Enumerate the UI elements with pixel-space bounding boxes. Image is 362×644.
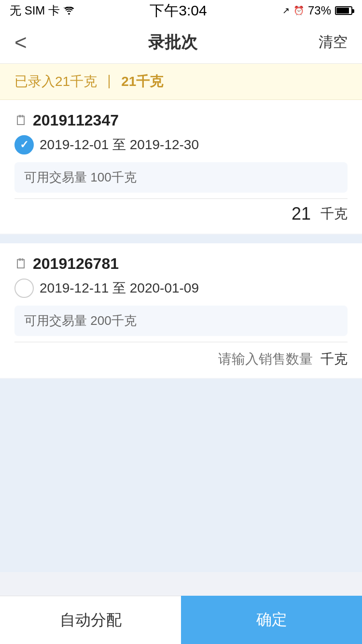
confirm-button[interactable]: 确定 — [181, 596, 362, 644]
bottom-bar: 自动分配 确定 — [0, 596, 362, 644]
batch-2-date-row: 2019-12-11 至 2020-01-09 — [0, 279, 362, 298]
batch-1-check-icon: ✓ — [20, 139, 28, 151]
clear-button[interactable]: 清空 — [319, 32, 348, 52]
batch-2-icon: 🗒 — [14, 256, 28, 272]
nav-bar: < 录批次 清空 — [0, 21, 362, 64]
back-button[interactable]: < — [14, 30, 27, 55]
batch-2-quantity-input[interactable] — [14, 351, 313, 367]
summary-bar: 已录入21千克 21千克 — [0, 64, 362, 100]
batch-2-unit: 千克 — [320, 350, 348, 368]
status-left: 无 SIM 卡 — [10, 3, 74, 18]
batch-1-icon: 🗒 — [14, 112, 28, 128]
batch-1-availability: 可用交易量 100千克 — [14, 162, 348, 193]
background-fill — [0, 379, 362, 572]
batch-1-date: 2019-12-01 至 2019-12-30 — [40, 136, 199, 154]
batch-1-radio[interactable]: ✓ — [14, 135, 34, 154]
batch-1-date-row: ✓ 2019-12-01 至 2019-12-30 — [0, 135, 362, 154]
batch-2-radio[interactable] — [14, 279, 34, 298]
page-title: 录批次 — [148, 31, 197, 54]
battery-percent: 73% — [308, 4, 331, 17]
batch-2-input-row: 千克 — [0, 342, 362, 378]
card-separator-1 — [0, 235, 362, 243]
alarm-icon: ⏰ — [293, 5, 304, 16]
wifi-icon — [64, 4, 74, 17]
batch-1-amount-row: 21 千克 — [0, 199, 362, 234]
summary-value: 21千克 — [121, 72, 163, 91]
batch-card-2: 🗒 2019126781 2019-12-11 至 2020-01-09 可用交… — [0, 243, 362, 378]
batch-1-amount-value: 21 — [292, 204, 311, 224]
location-icon: ↗ — [282, 5, 290, 16]
batch-2-header: 🗒 2019126781 — [0, 243, 362, 279]
batch-2-availability: 可用交易量 200千克 — [14, 306, 348, 336]
batch-2-date: 2019-12-11 至 2020-01-09 — [40, 279, 199, 297]
batch-card-1: 🗒 2019112347 ✓ 2019-12-01 至 2019-12-30 可… — [0, 100, 362, 234]
batch-2-number: 2019126781 — [33, 255, 119, 273]
status-right: ↗ ⏰ 73% — [282, 4, 352, 17]
battery-icon — [335, 6, 352, 15]
main-content: 已录入21千克 21千克 🗒 2019112347 ✓ 2019-12-01 至… — [0, 64, 362, 644]
summary-divider — [109, 75, 110, 88]
batch-1-number: 2019112347 — [33, 112, 119, 129]
batch-1-amount-gap — [311, 206, 320, 222]
status-bar: 无 SIM 卡 下午3:04 ↗ ⏰ 73% — [0, 0, 362, 21]
batch-1-amount-unit: 千克 — [320, 205, 348, 223]
auto-distribute-button[interactable]: 自动分配 — [0, 596, 181, 644]
status-time: 下午3:04 — [150, 1, 207, 21]
carrier-label: 无 SIM 卡 — [10, 3, 60, 18]
batch-1-header: 🗒 2019112347 — [0, 100, 362, 135]
summary-label: 已录入21千克 — [14, 72, 97, 91]
